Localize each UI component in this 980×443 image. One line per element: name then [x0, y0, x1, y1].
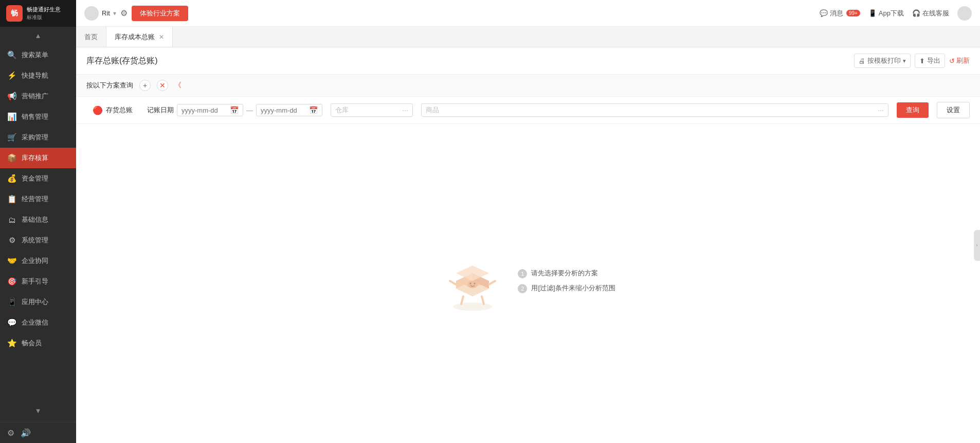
sidebar-item-enterprise[interactable]: 🤝 企业协同 — [0, 251, 76, 271]
date-start-wrap: 📅 — [177, 104, 243, 116]
page-header-actions: 🖨 按模板打印 ▾ ⬆ 导出 ↺ 刷新 — [854, 54, 970, 68]
sidebar-item-marketing[interactable]: 📢 营销推广 — [0, 86, 76, 107]
sidebar-item-basic-info[interactable]: 🗂 基础信息 — [0, 209, 76, 230]
date-range-label: 记账日期 — [147, 105, 174, 115]
sidebar-item-guide[interactable]: 🎯 新手引导 — [0, 271, 76, 292]
refresh-btn[interactable]: ↺ 刷新 — [949, 56, 970, 65]
guide-icon: 🎯 — [7, 277, 16, 286]
print-template-btn[interactable]: 🖨 按模板打印 ▾ — [854, 54, 911, 68]
export-icon: ⬆ — [919, 57, 925, 65]
app-logo-icon: 畅 — [6, 5, 23, 22]
product-select[interactable]: 商品 ··· — [421, 103, 888, 117]
warehouse-select[interactable]: 仓库 ··· — [331, 103, 413, 117]
sidebar-item-quick-nav[interactable]: ⚡ 快捷导航 — [0, 65, 76, 86]
enterprise-icon: 🤝 — [7, 256, 16, 265]
sidebar-item-wechat[interactable]: 💬 企业微信 — [0, 312, 76, 333]
refresh-icon: ↺ — [949, 57, 955, 65]
export-btn[interactable]: ⬆ 导出 — [915, 54, 945, 68]
right-panel-toggle[interactable]: › — [974, 230, 980, 261]
message-icon: 💬 — [820, 9, 828, 17]
trial-btn[interactable]: 体验行业方案 — [132, 6, 188, 21]
calendar-start-icon[interactable]: 📅 — [230, 106, 239, 114]
purchase-icon: 🛒 — [7, 133, 16, 142]
tab-close-icon[interactable]: ✕ — [159, 33, 164, 41]
settings-bottom-icon[interactable]: ⚙ — [7, 428, 14, 438]
speaker-bottom-icon[interactable]: 🔊 — [21, 428, 31, 438]
warehouse-more-icon: ··· — [402, 106, 408, 114]
sidebar-item-app-center[interactable]: 📱 应用中心 — [0, 292, 76, 312]
printer-icon: 🖨 — [859, 57, 865, 65]
main-area: Rit ▾ ⚙ 体验行业方案 💬 消息 99+ 📱 App下载 🎧 在线客服 — [76, 0, 980, 443]
topbar-avatar — [84, 6, 99, 21]
svg-point-6 — [467, 281, 478, 288]
filter-collapse-btn[interactable]: 《 — [174, 81, 182, 90]
sidebar-item-finance[interactable]: 💰 资金管理 — [0, 168, 76, 189]
sidebar-item-inventory[interactable]: 📦 库存核算 — [0, 148, 76, 168]
tab-inventory-cost[interactable]: 库存成本总账 ✕ — [106, 27, 173, 47]
sidebar-item-system[interactable]: ⚙ 系统管理 — [0, 230, 76, 251]
print-chevron-icon: ▾ — [903, 58, 906, 64]
scheme-icon: 🔴 — [93, 105, 103, 115]
svg-point-8 — [474, 283, 476, 285]
wechat-icon: 💬 — [7, 318, 16, 327]
empty-text: 1 请先选择要分析的方案 2 用[过滤]条件来缩小分析范围 — [518, 269, 615, 298]
empty-state: 1 请先选择要分析的方案 2 用[过滤]条件来缩小分析范围 — [76, 124, 980, 443]
sidebar-scroll-down[interactable]: ▼ — [0, 404, 76, 418]
system-icon: ⚙ — [7, 236, 16, 245]
scheme-item[interactable]: 🔴 存货总账 — [86, 102, 139, 118]
app-logo-text: 畅捷通好生意 标准版 — [27, 6, 61, 21]
app-download-item[interactable]: 📱 App下载 — [868, 9, 904, 18]
inventory-icon: 📦 — [7, 153, 16, 163]
sales-icon: 📊 — [7, 112, 16, 121]
page-header: 库存总账(存货总账) 🖨 按模板打印 ▾ ⬆ 导出 ↺ 刷新 — [76, 47, 980, 75]
marketing-icon: 📢 — [7, 92, 16, 101]
topbar-left: Rit ▾ ⚙ 体验行业方案 — [84, 6, 814, 21]
settings-btn[interactable]: 设置 — [937, 102, 970, 118]
sidebar-item-member[interactable]: ⭐ 畅会员 — [0, 333, 76, 353]
member-icon: ⭐ — [7, 339, 16, 348]
topbar-chevron-icon[interactable]: ▾ — [113, 10, 116, 17]
filter-label: 按以下方案查询 — [86, 81, 133, 90]
empty-step-2: 2 用[过滤]条件来缩小分析范围 — [518, 283, 615, 293]
date-end-input[interactable] — [261, 107, 307, 114]
filter-add-btn[interactable]: + — [139, 80, 151, 91]
basic-info-icon: 🗂 — [7, 216, 16, 224]
headset-icon: 🎧 — [912, 9, 920, 17]
sidebar-menu: 🔍 搜索菜单 ⚡ 快捷导航 📢 营销推广 📊 销售管理 🛒 采购管理 📦 库存核… — [0, 45, 76, 402]
sidebar-item-purchase[interactable]: 🛒 采购管理 — [0, 127, 76, 148]
svg-line-10 — [489, 281, 495, 285]
date-range: 记账日期 📅 — 📅 — [147, 104, 322, 116]
topbar-user-avatar[interactable] — [957, 6, 972, 21]
online-support-item[interactable]: 🎧 在线客服 — [912, 9, 949, 18]
quick-nav-icon: ⚡ — [7, 71, 16, 80]
app-center-icon: 📱 — [7, 297, 16, 307]
tab-home[interactable]: 首页 — [76, 27, 106, 47]
calendar-end-icon[interactable]: 📅 — [309, 106, 318, 114]
user-name-area: Rit ▾ — [84, 6, 116, 21]
query-btn[interactable]: 查询 — [897, 102, 929, 118]
filter-area: 按以下方案查询 + ✕ 《 — [76, 75, 980, 97]
message-item[interactable]: 💬 消息 99+ — [820, 9, 860, 18]
date-end-wrap: 📅 — [256, 104, 322, 116]
date-separator: — — [246, 107, 253, 114]
empty-step-1: 1 请先选择要分析的方案 — [518, 269, 615, 278]
date-start-input[interactable] — [182, 107, 228, 114]
svg-line-12 — [482, 296, 484, 304]
step-2-num: 2 — [518, 284, 527, 293]
sidebar-item-search[interactable]: 🔍 搜索菜单 — [0, 45, 76, 65]
app-download-icon: 📱 — [868, 9, 877, 17]
svg-line-9 — [450, 281, 456, 285]
sidebar-item-operation[interactable]: 📋 经营管理 — [0, 189, 76, 209]
sidebar-item-sales[interactable]: 📊 销售管理 — [0, 107, 76, 127]
scheme-label: 存货总账 — [106, 105, 133, 115]
operation-icon: 📋 — [7, 194, 16, 204]
topbar-right: 💬 消息 99+ 📱 App下载 🎧 在线客服 — [820, 6, 972, 21]
svg-marker-5 — [456, 265, 489, 281]
topbar-gear-icon[interactable]: ⚙ — [120, 8, 128, 18]
topbar-username: Rit — [102, 9, 110, 17]
finance-icon: 💰 — [7, 174, 16, 183]
sidebar-divider — [0, 421, 76, 421]
filter-remove-btn[interactable]: ✕ — [157, 80, 168, 91]
sidebar: 畅 畅捷通好生意 标准版 ▲ 🔍 搜索菜单 ⚡ 快捷导航 📢 营销推广 📊 销售… — [0, 0, 76, 443]
sidebar-scroll-up[interactable]: ▲ — [0, 29, 76, 43]
